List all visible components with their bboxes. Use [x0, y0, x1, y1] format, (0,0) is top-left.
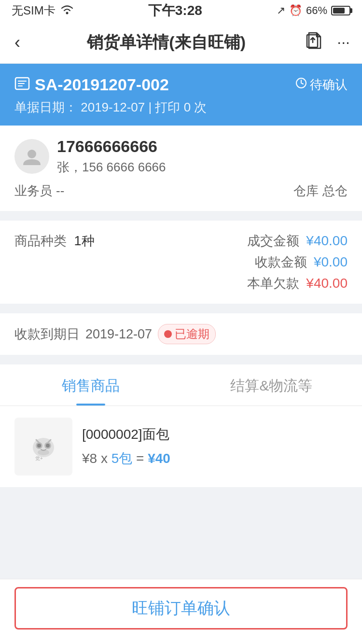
confirm-button-label: 旺铺订单确认: [132, 597, 230, 619]
amount-label-2: 收款金额: [255, 253, 307, 271]
amount-label-1: 成交金额: [247, 232, 299, 250]
order-icon: [14, 75, 30, 94]
tab-products[interactable]: 销售商品: [0, 364, 181, 406]
confirm-button[interactable]: 旺铺订单确认: [14, 587, 348, 630]
customer-phone: 17666666666: [57, 137, 348, 156]
amount-label-3: 本单欠款: [247, 275, 299, 292]
due-date-value: 2019-12-07: [85, 327, 152, 342]
date-label: 单据日期：: [14, 100, 77, 114]
summary-row: 商品种类 1种 成交金额 ¥40.00 收款金额 ¥0.00 本单欠款 ¥40.…: [14, 232, 348, 292]
order-id-text: SA-20191207-002: [35, 75, 169, 94]
salesperson-label: 业务员: [14, 182, 52, 199]
avatar: [14, 139, 49, 174]
customer-card: 17666666666 张，156 6666 6666 业务员 -- 仓库 总仓: [0, 126, 362, 211]
amount-row-3: 本单欠款 ¥40.00: [247, 275, 348, 292]
network-label: 无SIM卡: [12, 3, 56, 18]
salesperson-value: --: [56, 183, 64, 198]
customer-meta: 业务员 -- 仓库 总仓: [14, 182, 348, 199]
total-price: ¥40: [148, 451, 170, 466]
tab-products-label: 销售商品: [62, 378, 120, 393]
customer-row: 17666666666 张，156 6666 6666: [14, 137, 348, 176]
tab-settlement[interactable]: 结算&物流等: [181, 364, 362, 406]
equals-sign: =: [136, 451, 148, 466]
nav-bar: ‹ 销货单详情(来自旺铺) ···: [0, 21, 362, 64]
amount-row-1: 成交金额 ¥40.00: [247, 232, 348, 250]
tab-settlement-label: 结算&物流等: [230, 378, 312, 393]
order-header-row: SA-20191207-002 待确认: [14, 75, 348, 94]
due-date-label: 收款到期日: [14, 325, 80, 343]
order-id: SA-20191207-002: [14, 75, 169, 94]
nav-actions: ···: [303, 29, 352, 56]
summary-right: 成交金额 ¥40.00 收款金额 ¥0.00 本单欠款 ¥40.00: [247, 232, 348, 292]
status-right: ↗ ⏰ 66%: [277, 4, 350, 17]
battery-icon: [331, 6, 350, 15]
product-name: [0000002]面包: [82, 425, 348, 444]
date-value: 2019-12-07: [81, 100, 145, 114]
divider-3: [0, 360, 362, 364]
summary-left: 商品种类 1种: [14, 232, 95, 250]
divider-1: [0, 216, 362, 221]
product-thumbnail: 觉+: [14, 418, 72, 476]
direction-icon: ↗: [277, 4, 285, 17]
confirm-button-wrap: 旺铺订单确认: [0, 579, 362, 644]
more-button[interactable]: ···: [334, 31, 352, 54]
clock-icon: [295, 77, 307, 92]
date-sep: |: [148, 100, 155, 114]
svg-point-8: [37, 444, 41, 448]
status-text: 待确认: [310, 76, 348, 93]
warehouse-item: 仓库 总仓: [293, 182, 348, 199]
warehouse-value: 总仓: [322, 182, 348, 199]
empty-area: [0, 492, 362, 588]
overdue-text: 已逾期: [175, 326, 209, 342]
back-button[interactable]: ‹: [10, 28, 30, 57]
product-item: 觉+ [0000002]面包 ¥8 x 5包 = ¥40: [0, 406, 362, 487]
summary-card: 商品种类 1种 成交金额 ¥40.00 收款金额 ¥0.00 本单欠款 ¥40.…: [0, 221, 362, 304]
amount-row-2: 收款金额 ¥0.00: [255, 253, 348, 271]
status-left: 无SIM卡: [12, 3, 74, 18]
amount-value-3: ¥40.00: [306, 276, 348, 291]
warehouse-label: 仓库: [293, 182, 319, 199]
customer-info: 17666666666 张，156 6666 6666: [57, 137, 348, 176]
unit-price: ¥8 x: [82, 451, 111, 466]
order-date: 单据日期： 2019-12-07 | 打印 0 次: [14, 99, 348, 116]
status-bar: 无SIM卡 下午3:28 ↗ ⏰ 66%: [0, 0, 362, 21]
print-text: 打印 0 次: [155, 100, 207, 114]
svg-point-0: [66, 12, 68, 14]
wifi-icon: [60, 4, 74, 17]
share-button[interactable]: [303, 29, 325, 56]
customer-name: 张，156 6666 6666: [57, 159, 348, 176]
category-value: 1种: [74, 234, 95, 248]
salesperson-item: 业务员 --: [14, 182, 64, 199]
svg-point-4: [28, 150, 36, 158]
qty-value: 5包: [111, 451, 133, 466]
product-price: ¥8 x 5包 = ¥40: [82, 449, 348, 468]
category-label: 商品种类: [14, 234, 67, 248]
amount-value-1: ¥40.00: [306, 233, 348, 249]
product-list: 觉+ [0000002]面包 ¥8 x 5包 = ¥40: [0, 406, 362, 487]
svg-text:觉+: 觉+: [35, 456, 43, 461]
divider-2: [0, 308, 362, 313]
due-date-card: 收款到期日 2019-12-07 已逾期: [0, 313, 362, 355]
time-label: 下午3:28: [148, 1, 202, 20]
order-header: SA-20191207-002 待确认 单据日期： 2019-12-07 | 打…: [0, 64, 362, 126]
product-info: [0000002]面包 ¥8 x 5包 = ¥40: [82, 425, 348, 468]
overdue-dot: [164, 330, 172, 338]
alarm-icon: ⏰: [289, 4, 302, 17]
tabs-bar: 销售商品 结算&物流等: [0, 364, 362, 406]
order-status: 待确认: [295, 76, 348, 93]
page-title: 销货单详情(来自旺铺): [30, 31, 303, 54]
overdue-badge: 已逾期: [158, 324, 216, 344]
battery-label: 66%: [306, 4, 327, 17]
amount-value-2: ¥0.00: [314, 254, 348, 270]
svg-point-9: [46, 444, 50, 448]
